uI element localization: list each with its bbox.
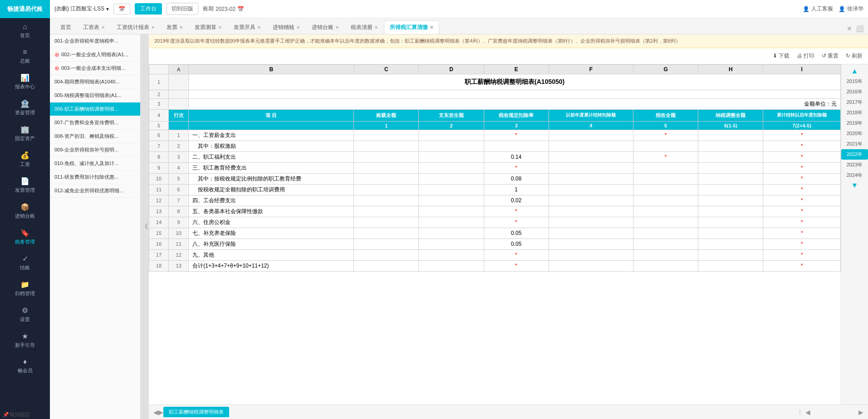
- toolbar: ⬇ 下载 🖨 打印 ↺ 重置 ↻ 刷新: [149, 48, 868, 64]
- scroll-left[interactable]: ◀: [153, 409, 158, 416]
- sidebar-item-fixed-assets[interactable]: 🏢 固定资产: [0, 121, 50, 146]
- sidebar-item-tax[interactable]: 🔖 税务管理: [0, 224, 50, 250]
- sidebar-item-settings[interactable]: ⚙ 设置: [0, 302, 50, 327]
- tab-tax-clearance[interactable]: 税表清册 ✕: [345, 20, 384, 34]
- tab-close-payroll[interactable]: ✕: [101, 25, 105, 30]
- tab-invoice-calc[interactable]: 发票测算 ✕: [189, 20, 228, 34]
- subheader-4: 4: [549, 121, 633, 130]
- cancel-fixed-button[interactable]: 📌 取消固定: [0, 410, 50, 419]
- tab-close-invoice[interactable]: ✕: [179, 25, 183, 30]
- sidebar-item-payroll[interactable]: 💰 工资: [0, 146, 50, 172]
- sidebar-item-checkout[interactable]: ✓ 结账: [0, 250, 50, 276]
- year-2022[interactable]: 2022年: [841, 149, 868, 160]
- fixed-assets-icon: 🏢: [20, 125, 29, 134]
- sheet-tab[interactable]: 职工薪酬纳税调整明细表: [163, 407, 229, 417]
- table-header-row: 4 行次 项 目 账载全额 支东发生额 税收规定扣除率 以前年度累计结转扣除额 …: [149, 109, 841, 121]
- tab-home[interactable]: 首页: [54, 20, 77, 34]
- tab-close-income-tax[interactable]: ✕: [430, 25, 433, 30]
- refresh-button[interactable]: ↻ 刷新: [846, 52, 863, 60]
- year-2020[interactable]: 2020年: [841, 128, 868, 139]
- user-menu[interactable]: 👤 徐泽华: [839, 5, 863, 13]
- maximize-icon[interactable]: ⬜: [856, 25, 863, 32]
- sidebar-item-invoice-mgmt[interactable]: 📄 发票管理: [0, 172, 50, 198]
- year-2015[interactable]: 2015年: [841, 76, 868, 87]
- year-scroll-down[interactable]: ▼: [850, 180, 859, 190]
- tab-income-tax[interactable]: 所得税汇算清缴 ✕: [384, 20, 439, 34]
- print-button[interactable]: 🖨 打印: [797, 52, 814, 60]
- reset-icon: ↺: [822, 53, 826, 59]
- year-2023[interactable]: 2023年: [841, 160, 868, 170]
- col-e-header: E: [484, 64, 549, 74]
- notice-bar: 2019年度涉及取以前年度结转数据的申报表单元格需要手工维护正确，才能准确本年以…: [149, 34, 868, 48]
- subheader-6: 6(1-5): [698, 121, 763, 130]
- reset-button[interactable]: ↺ 重置: [822, 52, 839, 60]
- sidebar-item-reports[interactable]: 📊 报表中心: [0, 69, 50, 95]
- table-row: 18 13 合计(1+3+4+7+8+9+10+11+12) * *: [149, 260, 841, 271]
- scroll-bar-right[interactable]: ▶: [858, 409, 863, 416]
- left-panel-item-005[interactable]: 005-纳税调整项目明细表(A1...: [50, 89, 140, 102]
- year-2021[interactable]: 2021年: [841, 139, 868, 149]
- collapse-panel-button[interactable]: 《: [141, 34, 149, 419]
- sidebar-item-wizard[interactable]: ★ 新手引导: [0, 327, 50, 353]
- switch-version-button[interactable]: 切到旧版: [167, 3, 198, 15]
- tab-purchase-check[interactable]: 进销稽核 ✕: [267, 20, 306, 34]
- customer-service-link[interactable]: 👤 人工客服: [803, 5, 833, 13]
- year-2024[interactable]: 2024年: [841, 170, 868, 180]
- tab-close-purchase-ledger[interactable]: ✕: [335, 25, 339, 30]
- left-panel-item-004[interactable]: 004-期间费用明细表(A1040...: [50, 75, 140, 89]
- year-2016[interactable]: 2016年: [841, 87, 868, 97]
- workspace-button[interactable]: 工作台: [135, 3, 162, 15]
- download-button[interactable]: ⬇ 下载: [773, 52, 790, 60]
- sheet-main[interactable]: A B C D E F G H I: [149, 64, 841, 405]
- left-panel-item-002[interactable]: ⊗ 002-一般企业收入明细表(A1...: [50, 48, 140, 62]
- tab-close-tax-clearance[interactable]: ✕: [374, 25, 378, 30]
- left-panel-item-008[interactable]: 008-资产折旧、摊销及纳税...: [50, 130, 140, 143]
- scroll-right[interactable]: ▶: [158, 409, 163, 416]
- sidebar: 畅捷通易代账 ⌂ 首页 ≡ 总账 📊 报表中心 🏦 资金管理 🏢 固定资产 💰 …: [0, 0, 50, 419]
- sidebar-item-member[interactable]: ♦ 畅会员: [0, 353, 50, 379]
- table-row: 14 9 六、住房公积金 * *: [149, 217, 841, 228]
- year-2019[interactable]: 2019年: [841, 118, 868, 128]
- year-scroll-up[interactable]: ▲: [850, 66, 859, 76]
- left-panel-item-006[interactable]: 006-职工薪酬纳税调整明细...: [50, 102, 140, 116]
- tab-payroll[interactable]: 工资表 ✕: [77, 20, 111, 34]
- tab-invoice-open[interactable]: 发票开具 ✕: [228, 20, 267, 34]
- sidebar-label-home: 首页: [20, 32, 30, 39]
- tab-close-invoice-calc[interactable]: ✕: [218, 25, 222, 30]
- refresh-icon: ↻: [846, 53, 850, 59]
- tab-invoice[interactable]: 发票 ✕: [161, 20, 189, 34]
- table-row: 6 1 一、工资薪金支出 * * *: [149, 130, 841, 141]
- tab-close-purchase-check[interactable]: ✕: [296, 25, 300, 30]
- table-row: 12 7 四、工会经费支出 0.02 *: [149, 195, 841, 206]
- sidebar-item-home[interactable]: ⌂ 首页: [0, 18, 50, 44]
- tab-controls: ✕ ⬜: [847, 25, 863, 34]
- year-2018[interactable]: 2018年: [841, 107, 868, 118]
- tab-payroll-stats[interactable]: 工资统计报表 ✕: [111, 20, 161, 34]
- right-panel: 2019年度涉及取以前年度结转数据的申报表单元格需要手工维护正确，才能准确本年以…: [149, 34, 868, 419]
- sidebar-item-ledger[interactable]: ≡ 总账: [0, 44, 50, 69]
- col-g-header: G: [633, 64, 698, 74]
- sidebar-item-asset-mgmt[interactable]: 🏦 资金管理: [0, 95, 50, 121]
- tab-close-invoice-open[interactable]: ✕: [257, 25, 261, 30]
- left-panel-item-010[interactable]: 010-免税、减计收入及加计...: [50, 157, 140, 171]
- tab-close-payroll-stats[interactable]: ✕: [151, 25, 155, 30]
- topbar-right: 👤 人工客服 👤 徐泽华: [803, 5, 863, 13]
- left-panel-item-001[interactable]: 001-企业所得税年度纳税申...: [50, 34, 140, 48]
- year-2017[interactable]: 2017年: [841, 97, 868, 107]
- sidebar-item-purchase[interactable]: 📦 进销台账: [0, 198, 50, 224]
- sheet-menu-icon[interactable]: ⋮: [797, 409, 803, 415]
- checkout-icon: ✓: [22, 254, 28, 263]
- sheet-title-cell: 职工薪酬纳税调整明细表(A105050): [189, 74, 841, 90]
- sidebar-item-archive[interactable]: 📁 归档管理: [0, 276, 50, 302]
- tab-purchase-ledger[interactable]: 进销台账 ✕: [306, 20, 345, 34]
- period-label: 账期: [203, 5, 214, 13]
- left-panel-item-009[interactable]: 009-企业所得税弥补亏损明...: [50, 143, 140, 157]
- close-all-icon[interactable]: ✕: [847, 25, 852, 32]
- left-panel-item-011[interactable]: 011-研发费用加计扣除优惠...: [50, 171, 140, 184]
- avatar-icon: 👤: [839, 6, 845, 12]
- scroll-bar-left[interactable]: ◀: [805, 409, 810, 416]
- calendar-button[interactable]: 📅: [113, 4, 130, 15]
- left-panel-item-003[interactable]: ⊗ 003-一般企业成本支出明细...: [50, 62, 140, 75]
- left-panel-item-012[interactable]: 012-减免企业所得税优惠明细...: [50, 184, 140, 198]
- left-panel-item-007[interactable]: 007-广告费和业务宣传费明...: [50, 116, 140, 130]
